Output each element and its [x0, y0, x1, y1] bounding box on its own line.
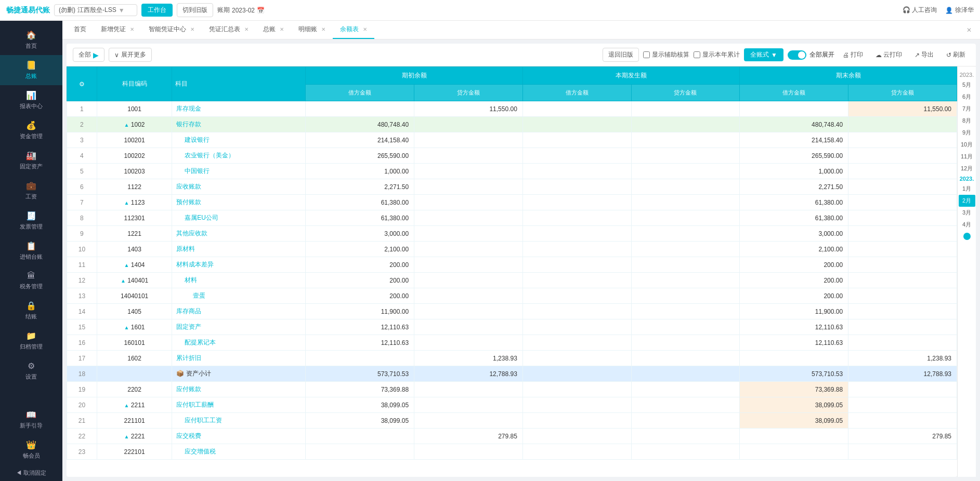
row-code: ▲ 1404: [97, 257, 172, 273]
expand-all-toggle[interactable]: 全部展开: [788, 50, 834, 60]
tab-general-ledger[interactable]: 总账 ✕: [256, 21, 291, 39]
tab-voucher-summary-close[interactable]: ✕: [244, 26, 249, 32]
switch-version-button[interactable]: 切到旧版: [177, 3, 213, 17]
service-label[interactable]: 🎧 人工咨询: [903, 6, 937, 15]
tab-smart-center[interactable]: 智能凭证中心 ✕: [141, 21, 202, 39]
cloud-print-button[interactable]: ☁ 云打印: [871, 48, 906, 61]
row-name[interactable]: 固定资产: [172, 319, 306, 335]
print-button[interactable]: 🖨 打印: [839, 48, 867, 61]
row-name[interactable]: 壹蛋: [172, 288, 306, 304]
tab-detail-ledger[interactable]: 明细账 ✕: [291, 21, 333, 39]
sidebar-item-assets[interactable]: 🏭 固定资产: [0, 145, 62, 176]
chk-auxiliary-label[interactable]: 显示辅助核算: [643, 50, 689, 59]
row-name[interactable]: 其他应收款: [172, 226, 306, 242]
month-2[interactable]: 2月: [959, 195, 975, 207]
row-code: 221101: [97, 413, 172, 429]
row-name[interactable]: 应付账款: [172, 382, 306, 397]
month-1[interactable]: 1月: [959, 183, 975, 195]
month-6[interactable]: 6月: [959, 91, 975, 103]
month-9[interactable]: 9月: [959, 127, 975, 139]
th-settings[interactable]: ⚙: [67, 67, 97, 101]
row-no: 22: [67, 429, 97, 444]
row-name[interactable]: 材料: [172, 273, 306, 288]
tab-home[interactable]: 首页: [67, 21, 94, 39]
row-code: [97, 366, 172, 382]
sidebar-item-purchase[interactable]: 📋 进销台账: [0, 236, 62, 266]
export-button[interactable]: ↗ 导出: [910, 48, 938, 61]
row-no: 17: [67, 351, 97, 366]
row-name[interactable]: 农业银行（美金）: [172, 148, 306, 164]
sidebar-item-member[interactable]: 👑 畅会员: [0, 435, 62, 465]
expand-more-button[interactable]: ∨ 展开更多: [109, 48, 152, 62]
return-old-version-button[interactable]: 退回旧版: [603, 48, 639, 62]
chk-auxiliary[interactable]: [643, 51, 650, 58]
refresh-button[interactable]: ↺ 刷新: [942, 48, 970, 61]
row-name[interactable]: 银行存款: [172, 117, 306, 132]
row-name[interactable]: 嘉属EU公司: [172, 210, 306, 226]
sidebar-item-close[interactable]: 🔒 结账: [0, 296, 62, 326]
tab-new-voucher[interactable]: 新增凭证 ✕: [94, 21, 141, 39]
company-selector[interactable]: (勿删) 江西殷垒-LSS ▼: [54, 4, 137, 16]
tab-smart-center-close[interactable]: ✕: [190, 26, 194, 32]
month-10[interactable]: 10月: [959, 139, 975, 151]
sidebar-item-tax[interactable]: 🏛 税务管理: [0, 266, 62, 296]
user-info[interactable]: 👤 徐泽华: [945, 6, 974, 15]
month-4[interactable]: 4月: [959, 219, 975, 231]
workbench-button[interactable]: 工作台: [141, 4, 173, 17]
sidebar-item-archive[interactable]: 📁 归档管理: [0, 326, 62, 356]
close-all-tabs-icon[interactable]: ✕: [962, 26, 976, 34]
tab-detail-ledger-close[interactable]: ✕: [321, 26, 325, 32]
row-name[interactable]: 应付职工薪酬: [172, 397, 306, 413]
month-3[interactable]: 3月: [959, 207, 975, 219]
row-name[interactable]: 累计折旧: [172, 351, 306, 366]
row-name[interactable]: 原材料: [172, 242, 306, 257]
tab-balance-sheet-close[interactable]: ✕: [363, 26, 367, 32]
sidebar-item-capital[interactable]: 💰 资金管理: [0, 115, 62, 145]
month-7[interactable]: 7月: [959, 103, 975, 115]
chk-annual-label[interactable]: 显示本年累计: [694, 50, 740, 59]
sidebar-item-settings[interactable]: ⚙ 设置: [0, 356, 62, 386]
month-5[interactable]: 5月: [959, 79, 975, 91]
row-name[interactable]: 库存商品: [172, 304, 306, 319]
row-name[interactable]: 应付职工工资: [172, 413, 306, 429]
full-mode-button[interactable]: 全账式 ▼: [744, 48, 783, 61]
sidebar-label-purchase: 进销台账: [20, 253, 43, 261]
amount-cell: [414, 132, 523, 148]
amount-cell: [848, 148, 957, 164]
row-name[interactable]: 中国银行: [172, 164, 306, 179]
filter-all-button[interactable]: 全部 ▶: [73, 48, 104, 62]
assets-icon: 🏭: [26, 151, 36, 161]
sidebar-item-ledger[interactable]: 📒 总账: [0, 55, 62, 85]
month-8[interactable]: 8月: [959, 115, 975, 127]
tab-general-ledger-close[interactable]: ✕: [280, 26, 284, 32]
row-name[interactable]: 应交增值税: [172, 444, 306, 460]
row-name[interactable]: 应收账款: [172, 179, 306, 195]
toggle-switch-control[interactable]: [788, 50, 806, 60]
sidebar-item-report[interactable]: 📊 报表中心: [0, 85, 62, 115]
month-11[interactable]: 11月: [959, 151, 975, 163]
sidebar-pin-toggle[interactable]: ◀ 取消固定: [0, 465, 62, 481]
row-name[interactable]: 建设银行: [172, 132, 306, 148]
tab-voucher-summary[interactable]: 凭证汇总表 ✕: [202, 21, 256, 39]
row-name[interactable]: 配提累记本: [172, 335, 306, 351]
top-bar-right: 🎧 人工咨询 👤 徐泽华: [903, 6, 974, 15]
sidebar-item-invoice[interactable]: 🧾 发票管理: [0, 206, 62, 236]
row-name[interactable]: 材料成本差异: [172, 257, 306, 273]
row-no: 18: [67, 366, 97, 382]
row-name[interactable]: 📦 资产小计: [172, 366, 306, 382]
row-name[interactable]: 应交税费: [172, 429, 306, 444]
row-name[interactable]: 库存现金: [172, 101, 306, 117]
sidebar-item-guide[interactable]: 📖 新手引导: [0, 405, 62, 435]
month-12[interactable]: 12月: [959, 163, 975, 175]
amount-cell: [522, 101, 631, 117]
amount-cell: [306, 351, 414, 366]
tab-new-voucher-close[interactable]: ✕: [130, 26, 134, 32]
period-calendar-icon[interactable]: 📅: [257, 7, 265, 14]
amount-cell: [522, 117, 631, 132]
sidebar-item-home[interactable]: 🏠 首页: [0, 25, 62, 55]
sidebar-item-salary[interactable]: 💼 工资: [0, 176, 62, 206]
amount-cell: 200.00: [306, 273, 414, 288]
row-name[interactable]: 预付账款: [172, 195, 306, 210]
chk-annual[interactable]: [694, 51, 700, 58]
tab-balance-sheet[interactable]: 余额表 ✕: [333, 21, 374, 39]
